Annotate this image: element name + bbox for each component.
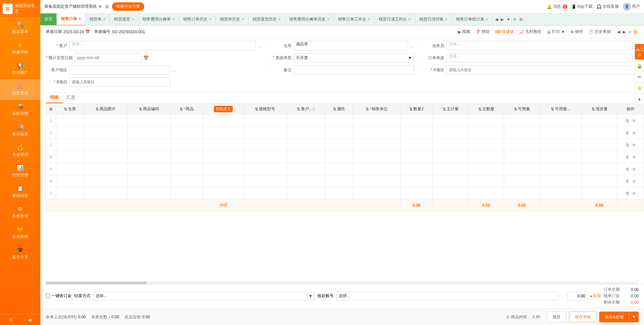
cell-product-code-6[interactable]	[127, 175, 171, 187]
cell-spec-4[interactable]	[243, 151, 287, 163]
cell-customer-code-6[interactable]	[287, 175, 325, 187]
cell-product-image-5[interactable]	[84, 163, 127, 175]
b-project-input[interactable]	[69, 77, 170, 87]
date-value[interactable]: 2023-03-24	[63, 30, 84, 34]
cell-warehouse-1[interactable]	[56, 115, 84, 127]
app-download-item[interactable]: 📱 App下载	[571, 4, 593, 9]
customer-dots[interactable]: ...	[257, 43, 262, 49]
cell-available2-5[interactable]	[540, 163, 582, 175]
cell-available-1[interactable]	[504, 115, 540, 127]
th-customer-code-sort-icon[interactable]: ⇅	[297, 107, 300, 112]
cell-sales-unit-3[interactable]	[353, 139, 401, 151]
sidebar-settings-icon[interactable]: ⚙	[9, 317, 13, 322]
cell-qty2-6[interactable]	[401, 175, 433, 187]
right-panel-btn-2[interactable]: 🔒	[635, 61, 644, 71]
one-click-checkbox[interactable]	[46, 294, 50, 298]
horizontal-scroll-thumb[interactable]	[46, 282, 147, 284]
operations-btn[interactable]: ⚙ 操作	[569, 28, 584, 35]
cell-qty2-2[interactable]	[401, 127, 433, 139]
cell-scan-5[interactable]	[203, 163, 243, 175]
cell-attribute-7[interactable]	[325, 187, 353, 199]
detail-tab-汇总[interactable]: 汇总	[63, 92, 79, 103]
save-new-dropdown-icon[interactable]: ▼	[629, 312, 639, 322]
cell-scan-1[interactable]	[203, 115, 243, 127]
th-spec-sort-icon[interactable]: ⇅	[255, 107, 258, 112]
cell-qty2-1[interactable]	[401, 115, 433, 127]
cell-product-name-6[interactable]	[171, 175, 203, 187]
sidebar-item-base-info[interactable]: 📋基础信息	[0, 182, 40, 202]
cell-available2-3[interactable]	[540, 139, 582, 151]
cell-main-qty-5[interactable]	[468, 163, 504, 175]
notification-item[interactable]: 🔔 消息 9	[547, 4, 567, 9]
cell-customer-code-4[interactable]	[287, 151, 325, 163]
cell-product-code-4[interactable]	[127, 151, 171, 163]
cell-scan-7[interactable]	[203, 187, 243, 199]
customer-input[interactable]: 选择...	[69, 41, 256, 50]
discard-button[interactable]: 放弃	[547, 312, 566, 322]
right-panel-btn-5[interactable]: ●	[635, 94, 644, 104]
receipt-account-dots[interactable]: ...	[561, 294, 564, 298]
tab-cash-daily-workbench[interactable]: 钱货日清工作台✕	[375, 13, 415, 26]
tab-sales-workbench[interactable]: 销售订单工作台✕	[334, 13, 375, 26]
cell-current-stock-3[interactable]	[582, 139, 617, 151]
delivery-date-input[interactable]	[75, 53, 142, 63]
cell-product-name-3[interactable]	[171, 139, 203, 151]
tab-close-sales-order[interactable]: ✕	[78, 17, 81, 21]
th-attribute-sort-icon[interactable]: ⇅	[333, 107, 336, 112]
th-qty2-sort-icon[interactable]: ⇅	[409, 107, 413, 112]
tab-close-all-icon[interactable]: ✕	[512, 16, 518, 23]
topbar-gear-icon[interactable]: ⚙	[105, 4, 109, 9]
right-panel-settings-btn[interactable]: ⚙	[635, 50, 644, 60]
cell-main-qty-7[interactable]	[468, 187, 504, 199]
row-delete-btn-5[interactable]: 🗑	[625, 166, 630, 172]
cell-attribute-3[interactable]	[325, 139, 353, 151]
scan-btn[interactable]: 扫码录入	[214, 106, 233, 112]
cell-spec-5[interactable]	[243, 163, 287, 175]
th-warehouse-sort-icon[interactable]: ⇅	[64, 107, 67, 112]
row-copy-btn-5[interactable]: ⊕	[632, 166, 636, 172]
cell-available-2[interactable]	[504, 127, 540, 139]
cell-spec-1[interactable]	[243, 115, 287, 127]
tab-sales-stats[interactable]: 销售订单统计表✕	[452, 13, 493, 26]
tab-sales-order[interactable]: 销售订单✕	[57, 13, 85, 26]
cell-spec-6[interactable]	[243, 175, 287, 187]
cell-product-name-7[interactable]	[171, 187, 203, 199]
row-copy-btn-1[interactable]: ⊕	[632, 118, 636, 124]
notes-input[interactable]	[294, 65, 414, 75]
cell-scan-3[interactable]	[203, 139, 243, 151]
tab-next-icon[interactable]: ▶	[500, 16, 505, 23]
th-product-code-sort-icon[interactable]: ⇅	[139, 107, 142, 112]
cell-spec-7[interactable]	[243, 187, 287, 199]
cell-main-qty-2[interactable]	[468, 127, 504, 139]
a-project-input[interactable]	[446, 65, 639, 75]
cell-available-5[interactable]	[504, 163, 540, 175]
cell-warehouse-6[interactable]	[56, 175, 84, 187]
form-header-prev[interactable]: ◀	[616, 29, 621, 35]
delivery-date-calendar-icon[interactable]: 📅	[143, 55, 149, 60]
cell-current-stock-7[interactable]	[582, 187, 617, 199]
tab-cash-daily-account[interactable]: 钱货日清对账✕	[415, 13, 452, 26]
tab-close-sales-expense-history[interactable]: ✕	[327, 17, 330, 21]
print-dropdown-icon[interactable]: ▼	[561, 30, 565, 34]
cell-available-7[interactable]	[504, 187, 540, 199]
th-available2-sort-icon[interactable]: ⇅	[551, 107, 554, 112]
sidebar-item-operations[interactable]: 📊经营管理	[0, 161, 40, 182]
tab-close-cash-daily-workbench[interactable]: ✕	[408, 17, 411, 21]
cell-qty2-3[interactable]	[401, 139, 433, 151]
cell-main-unit-6[interactable]	[433, 175, 468, 187]
warehouse-input[interactable]: 成品库	[294, 41, 408, 50]
cell-main-unit-3[interactable]	[433, 139, 468, 151]
cell-customer-code-1[interactable]	[287, 115, 325, 127]
settlement-select[interactable]: 选择... ▼	[93, 292, 315, 300]
cell-scan-6[interactable]	[203, 175, 243, 187]
system-title-dropdown[interactable]: ▼	[98, 4, 102, 9]
history-btn[interactable]: 🕐 历史单据	[587, 28, 612, 35]
cell-main-qty-4[interactable]	[468, 151, 504, 163]
cell-product-code-5[interactable]	[127, 163, 171, 175]
tab-sales-return-history[interactable]: 销货退货历史✕	[249, 13, 285, 26]
cell-current-stock-2[interactable]	[582, 127, 617, 139]
sidebar-item-system[interactable]: ⚙系统管理	[0, 202, 40, 223]
tab-sales-expense-history[interactable]: 销售费用分摊单历史✕	[285, 13, 334, 26]
tab-close-sales-expense[interactable]: ✕	[172, 17, 175, 21]
print-btn[interactable]: 🖨 打印 ▼	[545, 28, 566, 35]
